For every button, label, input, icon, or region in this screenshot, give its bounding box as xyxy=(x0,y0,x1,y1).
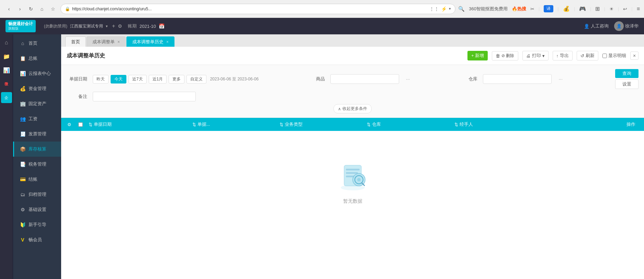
collapse-icon: ∧ xyxy=(338,107,341,111)
warehouse-ellipsis[interactable]: ··· xyxy=(557,76,564,82)
sidebar-item-tax[interactable]: 📑 税务管理 xyxy=(13,157,61,172)
page-close-button[interactable]: × xyxy=(630,52,639,60)
today-btn[interactable]: 今天 xyxy=(111,75,126,83)
sidebar-item-payroll[interactable]: 👥 工资 xyxy=(13,111,61,126)
7days-btn[interactable]: 近7天 xyxy=(128,75,147,83)
tab-cost-adjust-history-close-icon[interactable]: × xyxy=(166,40,169,44)
table-header-warehouse[interactable]: ⇅ 仓库 xyxy=(364,121,451,127)
svg-rect-3 xyxy=(346,172,358,174)
sidebar-item-archive[interactable]: 🗂 归档管理 xyxy=(13,187,61,202)
product-ellipsis[interactable]: ··· xyxy=(405,76,411,82)
table-header-num[interactable]: ⇅ 单据... xyxy=(190,121,277,127)
delete-button[interactable]: 🗑 ⊘ 删除 xyxy=(492,51,518,60)
table-settings-icon[interactable]: ⚙ xyxy=(64,122,75,127)
ledger-nav-icon: 📋 xyxy=(20,56,26,61)
divider5: | xyxy=(604,6,605,11)
add-account-icon[interactable]: + xyxy=(112,23,115,29)
show-detail-checkbox[interactable] xyxy=(602,54,607,58)
export-button[interactable]: ↑ 导出 xyxy=(553,51,573,60)
settings-gear-icon[interactable]: ⚙ xyxy=(118,23,122,29)
filter-row-2: 备注 xyxy=(67,92,639,101)
calendar-icon[interactable]: 📅 xyxy=(159,23,165,29)
settings-button[interactable]: 设置 xyxy=(615,79,639,89)
sort-icon-date: ⇅ xyxy=(89,122,92,127)
lightning-icon[interactable]: ⚡ xyxy=(441,6,447,12)
1month-btn[interactable]: 近1月 xyxy=(149,75,167,83)
search-icon[interactable]: 🔍 xyxy=(458,6,465,12)
search-button[interactable]: 查询 xyxy=(615,69,639,78)
account-dropdown-icon[interactable]: ▾ xyxy=(106,24,108,29)
hot-search-label[interactable]: 🔥热搜 xyxy=(512,6,526,12)
table-header-date[interactable]: ⇅ 单据日期 xyxy=(86,121,190,127)
scissors-icon[interactable]: ✂ xyxy=(530,6,534,12)
payroll-nav-icon: 👥 xyxy=(20,116,26,122)
sidebar-icon-home[interactable]: ⌂ xyxy=(1,37,12,48)
back-button[interactable]: ‹ xyxy=(4,4,14,14)
tab-cost-adjust-close-icon[interactable]: × xyxy=(117,40,120,44)
consulting-label: 人工咨询 xyxy=(591,23,609,29)
delete-label: ⊘ 删除 xyxy=(501,53,514,59)
sidebar-item-settle[interactable]: 💳 结账 xyxy=(13,172,61,187)
account-name: 江西服宝测试专用 xyxy=(70,23,103,29)
sidebar-item-reports[interactable]: 📊 云报表中心 xyxy=(13,66,61,81)
app-logo[interactable]: 畅捷通好会计 旗舰版 xyxy=(5,20,36,32)
tab-cost-adjust[interactable]: 成本调整单 × xyxy=(87,36,126,47)
sidebar-icon-chart[interactable]: 📊 xyxy=(1,65,12,76)
star-button[interactable]: ☆ xyxy=(48,4,58,14)
sidebar-item-invoices[interactable]: 🧾 发票管理 xyxy=(13,126,61,142)
brightness-icon[interactable]: ☀ xyxy=(609,6,614,12)
sidebar-item-vip-label: 畅会员 xyxy=(29,237,42,243)
sidebar-item-inventory[interactable]: 📦 库存核算 xyxy=(13,142,61,157)
translate-button[interactable]: 译 xyxy=(544,5,553,12)
refresh-button-page[interactable]: ↺ 刷新 xyxy=(577,51,598,60)
sidebar-item-fixed-assets[interactable]: 🏢 固定资产 xyxy=(13,96,61,111)
game-icon[interactable]: 🎮 xyxy=(579,5,586,12)
table-select-all[interactable] xyxy=(75,122,86,127)
note-filter-input[interactable] xyxy=(93,92,196,101)
header-type-label: 业务类型 xyxy=(285,121,303,127)
product-filter-input[interactable] xyxy=(330,74,399,84)
forward-button[interactable]: › xyxy=(15,4,25,14)
new-button[interactable]: + 新增 xyxy=(467,51,488,60)
refresh-button[interactable]: ↻ xyxy=(26,4,36,14)
sidebar-item-ledger[interactable]: 📋 总账 xyxy=(13,51,61,66)
period-value: 2021-10 xyxy=(139,24,156,29)
print-button[interactable]: 🖨 打印 ▾ xyxy=(522,51,549,60)
warehouse-filter-input[interactable] xyxy=(483,74,552,84)
more-btn[interactable]: 更多 xyxy=(169,75,184,83)
select-all-checkbox[interactable] xyxy=(78,122,83,127)
dropdown-icon[interactable]: ▾ xyxy=(449,7,451,11)
custom-btn[interactable]: 自定义 xyxy=(187,75,206,83)
fixed-assets-nav-icon: 🏢 xyxy=(20,101,26,107)
sidebar-item-funds[interactable]: 💰 资金管理 xyxy=(13,81,61,96)
apps-grid-icon[interactable]: ⊞ xyxy=(595,5,600,12)
sidebar-item-home[interactable]: ⌂ 首页 xyxy=(13,36,61,51)
print-label: 打印 xyxy=(532,53,541,59)
wallet-icon[interactable]: 💰 xyxy=(563,5,570,12)
table-header-operator[interactable]: ⇅ 经手人 xyxy=(452,121,539,127)
sidebar-icon-active[interactable]: 企 xyxy=(1,92,12,103)
collapse-filter-button[interactable]: ∧ 收起更多条件 xyxy=(334,104,372,113)
sidebar-icon-folder[interactable]: 📁 xyxy=(1,51,12,62)
menu-icon[interactable]: ≡ xyxy=(637,6,640,12)
invoices-nav-icon: 🧾 xyxy=(20,131,26,137)
page-close-icon: × xyxy=(633,53,636,58)
tab-cost-adjust-history[interactable]: 成本调整单历史 × xyxy=(126,36,174,47)
sidebar-icon-weibo[interactable]: 微 xyxy=(1,78,12,89)
tab-home[interactable]: 首页 xyxy=(65,36,86,47)
show-detail-checkbox-wrapper[interactable]: 显示明细 xyxy=(602,53,626,59)
undo-icon[interactable]: ↩ xyxy=(623,6,627,12)
vip-nav-icon: V xyxy=(20,237,26,243)
empty-illustration xyxy=(336,158,370,193)
home-button[interactable]: ⌂ xyxy=(37,4,47,14)
table-header-type[interactable]: ⇅ 业务类型 xyxy=(277,121,364,127)
yesterday-btn[interactable]: 昨天 xyxy=(93,75,109,83)
user-menu-button[interactable]: 👤 徐泽华 xyxy=(614,21,639,31)
sidebar-item-settle-label: 结账 xyxy=(29,176,37,182)
sidebar-item-vip[interactable]: V 畅会员 xyxy=(13,232,61,247)
browser-apps-icon[interactable]: ⋮⋮ xyxy=(429,6,439,12)
consulting-button[interactable]: 👤 人工咨询 xyxy=(584,23,609,29)
sidebar-item-settings[interactable]: ⚙ 基础设置 xyxy=(13,202,61,217)
sidebar-item-guide[interactable]: 🔰 新手引导 xyxy=(13,217,61,232)
address-bar[interactable]: 🔒 https://cloud.chanjet.com/accounting/u… xyxy=(60,4,455,14)
